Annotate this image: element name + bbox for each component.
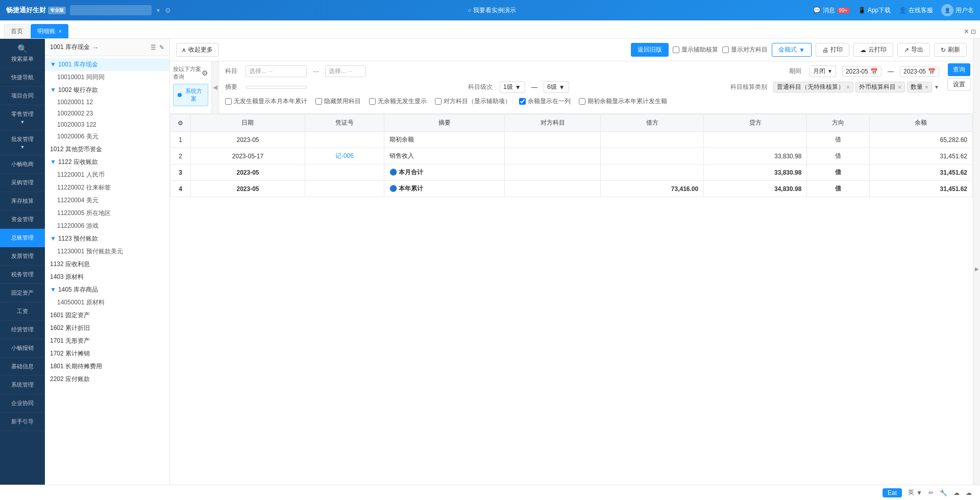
show-aux-checkbox[interactable] (673, 46, 679, 53)
voucher-link[interactable]: 记-006 (335, 152, 354, 159)
no-remain-checkbox[interactable] (369, 98, 376, 105)
show-contra-check-label[interactable]: 显示对方科目 (722, 45, 768, 54)
message-btn[interactable]: 💬 消息 99+ (813, 6, 850, 15)
tab-expand-icon[interactable]: ⊡ (971, 28, 976, 35)
print-btn[interactable]: 🖨 打印 (816, 43, 849, 57)
expand-more-btn[interactable]: ∧ 收起更多 (176, 43, 218, 57)
tab-close-icon[interactable]: × (59, 29, 62, 34)
status-cloud2-icon[interactable]: ☁ (966, 489, 972, 496)
tree-item-11230001[interactable]: 11230001 预付账款美元 (45, 245, 169, 258)
tab-home[interactable]: 首页 (4, 24, 30, 38)
tag-foreign-close[interactable]: × (898, 84, 901, 91)
sidebar-item-cooperation[interactable]: 企业协同 (0, 394, 45, 413)
subject-input-wrap[interactable]: 选择... ··· (246, 65, 307, 77)
sidebar-item-inventory[interactable]: 库存核算 (0, 192, 45, 210)
sidebar-item-search[interactable]: 🔍 搜索菜单 (0, 39, 45, 68)
filter-collapse-btn[interactable]: ◀ (212, 61, 219, 113)
app-download-btn[interactable]: 📱 App下载 (858, 6, 891, 15)
dropdown-arrow-icon[interactable]: ▼ (156, 8, 161, 13)
check-no-balance[interactable]: 无发生额显示本月本年累计 (225, 97, 307, 106)
level-end-select[interactable]: 6级 ▼ (544, 81, 569, 93)
tree-item-1405[interactable]: ▼1405 库存商品 (45, 283, 169, 296)
col-settings[interactable]: ⚙ (170, 114, 191, 132)
eat-button[interactable]: Eat (883, 488, 902, 497)
sidebar-item-quick[interactable]: 快捷导航 (0, 68, 45, 87)
ytd-checkbox[interactable] (579, 98, 585, 105)
summary-input[interactable] (246, 86, 307, 89)
sidebar-item-invoice[interactable]: 发票管理 (0, 247, 45, 266)
sidebar-item-ecommerce[interactable]: 小畅电商 (0, 155, 45, 174)
return-old-btn[interactable]: 返回旧版 (631, 43, 669, 57)
check-hide-disabled[interactable]: 隐藏禁用科目 (315, 97, 361, 106)
subject-end-input[interactable]: 选择... ··· (325, 65, 366, 77)
tree-item-11220006[interactable]: 11220006 游戏 (45, 220, 169, 232)
tree-item-1801[interactable]: 1801 长期待摊费用 (45, 360, 169, 373)
tree-item-10020003[interactable]: 10020003 122 (45, 119, 169, 130)
show-aux-check-label[interactable]: 显示辅助核算 (673, 45, 718, 54)
right-collapse-btn[interactable]: ▶ (973, 39, 980, 500)
check-ytd[interactable]: 期初余额显示本年累计发生额 (579, 97, 667, 106)
demo-link[interactable]: ○ 我要看实例演示 (468, 6, 516, 15)
tree-item-14050001[interactable]: 14050001 原材料 (45, 296, 169, 309)
filter-scheme-btn[interactable]: 系统方案 (173, 84, 208, 106)
tag-quantity-close[interactable]: × (925, 84, 928, 91)
tree-item-10010001[interactable]: 10010001 同同同 (45, 71, 169, 84)
filter-settings-icon[interactable]: ⚙ (202, 69, 208, 77)
tree-item-11220001[interactable]: 11220001 人民币 (45, 169, 169, 181)
tab-detail[interactable]: 明细账 × (31, 24, 68, 38)
tree-item-10020001[interactable]: 10020001 12 (45, 97, 169, 108)
tag-normal-close[interactable]: × (846, 84, 850, 91)
check-contra[interactable]: 对方科目（显示辅助项） (435, 97, 511, 106)
no-balance-checkbox[interactable] (225, 98, 232, 105)
tree-item-1002[interactable]: ▼1002 银行存款 (45, 84, 169, 97)
level-start-select[interactable]: 1级 ▼ (500, 81, 525, 93)
user-area[interactable]: 👤 用户名 (941, 4, 974, 16)
tree-item-1702[interactable]: 1702 累计摊销 (45, 347, 169, 360)
show-contra-checkbox[interactable] (722, 46, 729, 53)
tree-item-11220002[interactable]: 11220002 往来标签 (45, 181, 169, 194)
sidebar-item-project[interactable]: 项目合同 (0, 87, 45, 105)
settings-icon[interactable]: ⚙ (165, 7, 171, 14)
sidebar-item-purchase[interactable]: 采购管理 (0, 174, 45, 192)
tree-item-1403[interactable]: 1403 原材料 (45, 271, 169, 283)
tree-item-1123[interactable]: ▼1123 预付账款 (45, 232, 169, 245)
tree-item-2202[interactable]: 2202 应付账款 (45, 373, 169, 386)
sidebar-item-reports[interactable]: 小畅报销 (0, 339, 45, 358)
tree-item-1601[interactable]: 1601 固定资产 (45, 309, 169, 322)
sidebar-item-salary[interactable]: 工资 (0, 302, 45, 321)
tree-list-icon[interactable]: ☰ (151, 44, 156, 51)
cloud-print-btn[interactable]: ☁ 云打印 (853, 43, 893, 57)
tree-item-10020002[interactable]: 10020002 23 (45, 108, 169, 119)
filter-settings-btn[interactable]: 设置 (947, 78, 971, 91)
tree-item-1012[interactable]: 1012 其他货币资金 (45, 143, 169, 156)
sidebar-item-capital[interactable]: 资金管理 (0, 210, 45, 229)
tree-item-1132[interactable]: 1132 应收利息 (45, 258, 169, 271)
sidebar-item-operations[interactable]: 经营管理 (0, 321, 45, 339)
check-one-col[interactable]: 余额显示在一列 (519, 97, 571, 106)
top-search-input[interactable] (70, 5, 152, 15)
sidebar-item-system[interactable]: 系统管理 (0, 376, 45, 394)
tree-item-1701[interactable]: 1701 无形资产 (45, 335, 169, 347)
query-btn[interactable]: 查询 (948, 63, 970, 76)
tree-item-11220005[interactable]: 11220005 所在地区 (45, 207, 169, 220)
tree-item-11220004[interactable]: 11220004 美元 (45, 194, 169, 207)
check-no-remain[interactable]: 无余额无发生显示 (369, 97, 427, 106)
period-end-input[interactable]: 2023-05 📅 (900, 66, 939, 77)
one-col-checkbox[interactable] (519, 98, 526, 105)
tree-item-1602[interactable]: 1602 累计折旧 (45, 322, 169, 335)
sidebar-item-wholesale[interactable]: 批发管理 ▼ (0, 130, 45, 155)
online-service-btn[interactable]: 👤 在线客服 (899, 6, 933, 15)
status-edit-icon[interactable]: ✏ (928, 489, 934, 496)
sidebar-item-basic[interactable]: 基础信息 (0, 358, 45, 376)
quantity-arrow-icon[interactable]: ▼ (934, 84, 939, 90)
tab-close-window-icon[interactable]: × (964, 27, 969, 36)
tree-item-1001[interactable]: ▼1001 库存现金 (45, 58, 169, 71)
contra-checkbox[interactable] (435, 98, 442, 105)
sidebar-item-guide[interactable]: 新手引导 (0, 413, 45, 431)
export-btn[interactable]: ↗ 导出 (897, 43, 930, 57)
status-settings-icon[interactable]: 🔧 (940, 489, 947, 496)
period-select-wrap[interactable]: 月闭 ▼ (810, 65, 836, 77)
sidebar-item-retail[interactable]: 零售管理 ▼ (0, 105, 45, 130)
sidebar-item-tax[interactable]: 税务管理 (0, 266, 45, 284)
tree-item-1122[interactable]: ▼1122 应收账款 (45, 156, 169, 169)
